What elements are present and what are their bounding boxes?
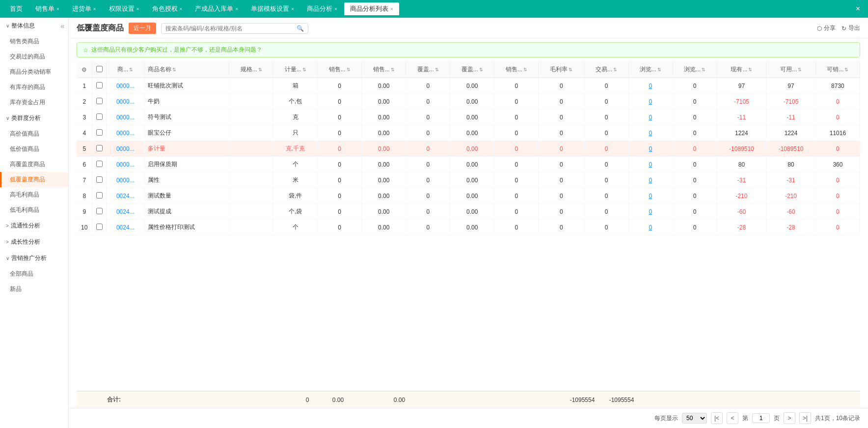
th-browse2[interactable]: 浏览...⇅ xyxy=(673,61,717,78)
row-checkbox[interactable] xyxy=(96,224,103,230)
sidebar-collapse-btn[interactable]: « xyxy=(60,22,68,30)
nav-products[interactable]: 产成品入库单× xyxy=(189,2,244,15)
cell-browse1[interactable]: 0 xyxy=(628,125,673,141)
th-name[interactable]: 商品名称⇅ xyxy=(144,61,229,78)
row-checkbox[interactable] xyxy=(96,114,103,120)
cell-browse1[interactable]: 0 xyxy=(628,220,673,235)
nav-analysis[interactable]: 商品分析× xyxy=(301,2,343,15)
cell-browse1[interactable]: 0 xyxy=(628,110,673,125)
sidebar-item-low-profit[interactable]: 低毛利商品 xyxy=(0,202,68,218)
cell-unit: 克 xyxy=(273,110,318,125)
th-code[interactable]: 商...⇅ xyxy=(106,61,144,78)
search-input[interactable] xyxy=(165,25,294,32)
th-settings[interactable]: ⚙ xyxy=(77,61,92,78)
cell-browse1[interactable]: 0 xyxy=(628,204,673,220)
cell-browse1[interactable]: 0 xyxy=(628,157,673,172)
th-current[interactable]: 现有...⇅ xyxy=(717,61,766,78)
sidebar-item-new-goods[interactable]: 新品 xyxy=(0,282,68,297)
cell-checkbox[interactable] xyxy=(92,94,106,110)
next-page-button[interactable]: > xyxy=(784,412,795,424)
th-saleable[interactable]: 可销...⇅ xyxy=(815,61,860,78)
select-all-checkbox[interactable] xyxy=(96,66,103,72)
row-checkbox[interactable] xyxy=(96,161,103,167)
th-spec[interactable]: 规格...⇅ xyxy=(229,61,273,78)
cell-checkbox[interactable] xyxy=(92,141,106,157)
cell-checkbox[interactable] xyxy=(92,157,106,172)
th-gross[interactable]: 毛利率⇅ xyxy=(539,61,584,78)
th-cover2[interactable]: 覆盖...⇅ xyxy=(450,61,494,78)
cell-checkbox[interactable] xyxy=(92,204,106,220)
nav-template[interactable]: 单据模板设置× xyxy=(245,2,300,15)
sidebar-item-low-value[interactable]: 低价值商品 xyxy=(0,142,68,157)
nav-role[interactable]: 角色授权× xyxy=(146,2,189,15)
sidebar-item-high-profit[interactable]: 高毛利商品 xyxy=(0,187,68,202)
cell-browse1[interactable]: 0 xyxy=(628,94,673,110)
search-icon[interactable]: 🔍 xyxy=(297,25,304,32)
prev-page-button[interactable]: < xyxy=(727,412,738,424)
nav-template-close[interactable]: × xyxy=(291,6,294,12)
th-available[interactable]: 可用...⇅ xyxy=(766,61,816,78)
nav-analysis-close[interactable]: × xyxy=(334,6,337,12)
cell-checkbox[interactable] xyxy=(92,220,106,235)
sidebar-item-all-goods[interactable]: 全部商品 xyxy=(0,266,68,282)
time-filter-button[interactable]: 近一月 xyxy=(129,23,156,34)
th-sales3[interactable]: 销售...⇅ xyxy=(494,61,539,78)
nav-permission-close[interactable]: × xyxy=(136,6,139,12)
th-unit[interactable]: 计量...⇅ xyxy=(273,61,318,78)
row-checkbox[interactable] xyxy=(96,145,103,151)
nav-analysis-list-close[interactable]: × xyxy=(390,6,393,12)
last-page-button[interactable]: >| xyxy=(799,412,811,424)
nav-analysis-list[interactable]: 商品分析列表× xyxy=(344,2,399,15)
sidebar-item-category-rate[interactable]: 商品分类动销率 xyxy=(0,64,68,80)
nav-role-close[interactable]: × xyxy=(180,6,183,12)
cell-browse1[interactable]: 0 xyxy=(628,172,673,188)
th-cover1[interactable]: 覆盖...⇅ xyxy=(406,61,450,78)
settings-icon[interactable]: ⚙ xyxy=(81,66,87,73)
nav-sales[interactable]: 销售单× xyxy=(29,2,65,15)
cell-browse1[interactable]: 0 xyxy=(628,141,673,157)
sidebar-section-flow[interactable]: > 流通性分析 xyxy=(0,218,68,234)
nav-products-close[interactable]: × xyxy=(235,6,238,12)
sidebar-item-sales-goods[interactable]: 销售类商品 xyxy=(0,34,68,49)
per-page-select[interactable]: 50 100 200 xyxy=(682,413,707,424)
row-checkbox[interactable] xyxy=(96,176,103,183)
sidebar-section-overall[interactable]: ∨ 整体信息 xyxy=(0,18,41,34)
sidebar-section-cluster[interactable]: ∨ 类群度分析 xyxy=(0,110,68,126)
cell-checkbox[interactable] xyxy=(92,172,106,188)
nav-sales-close[interactable]: × xyxy=(56,6,59,12)
sidebar-item-low-cover[interactable]: 低覆盖度商品 xyxy=(0,172,68,187)
sidebar-item-high-cover[interactable]: 高覆盖度商品 xyxy=(0,157,68,172)
cell-browse1[interactable]: 0 xyxy=(628,78,673,94)
sidebar-item-in-stock[interactable]: 有库存的商品 xyxy=(0,80,68,95)
row-checkbox[interactable] xyxy=(96,98,103,104)
nav-purchase[interactable]: 进货单× xyxy=(66,2,102,15)
row-checkbox[interactable] xyxy=(96,82,103,88)
nav-home[interactable]: 首页 xyxy=(4,2,28,15)
sidebar-item-capital[interactable]: 库存资金占用 xyxy=(0,95,68,110)
th-transaction[interactable]: 交易...⇅ xyxy=(584,61,628,78)
page-number-input[interactable] xyxy=(752,413,770,423)
share-button[interactable]: ⬡ 分享 xyxy=(817,24,836,32)
cell-checkbox[interactable] xyxy=(92,125,106,141)
sidebar-item-high-value[interactable]: 高价值商品 xyxy=(0,126,68,142)
sidebar-section-growth[interactable]: > 成长性分析 xyxy=(0,234,68,250)
th-sales-qty[interactable]: 销售...⇅ xyxy=(318,61,362,78)
row-checkbox[interactable] xyxy=(96,208,103,214)
cell-checkbox[interactable] xyxy=(92,188,106,204)
nav-permission[interactable]: 权限设置× xyxy=(103,2,145,15)
row-checkbox[interactable] xyxy=(96,129,103,136)
th-checkbox[interactable] xyxy=(92,61,106,78)
sidebar-section-marketing[interactable]: ∨ 营销推广分析 xyxy=(0,250,68,266)
close-all-tabs[interactable]: × xyxy=(852,4,864,13)
sidebar-item-traded[interactable]: 交易过的商品 xyxy=(0,49,68,64)
nav-purchase-close[interactable]: × xyxy=(93,6,96,12)
first-page-button[interactable]: |< xyxy=(711,412,723,424)
cell-checkbox[interactable] xyxy=(92,78,106,94)
th-sales-amt[interactable]: 销售...⇅ xyxy=(362,61,406,78)
cell-spec xyxy=(229,172,273,188)
export-button[interactable]: ↻ 导出 xyxy=(841,24,860,32)
row-checkbox[interactable] xyxy=(96,192,103,199)
th-browse1[interactable]: 浏览...⇅ xyxy=(628,61,673,78)
cell-checkbox[interactable] xyxy=(92,110,106,125)
cell-browse1[interactable]: 0 xyxy=(628,188,673,204)
